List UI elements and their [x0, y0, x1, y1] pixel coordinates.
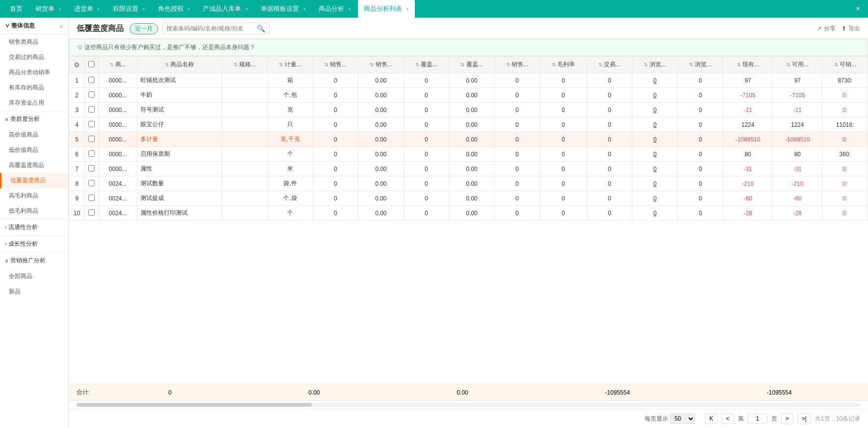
nav-item-analysis[interactable]: 商品分析 ×: [313, 0, 357, 18]
row-checkbox[interactable]: [85, 88, 99, 103]
nav-item-analysis-list[interactable]: 商品分析列表 ×: [358, 0, 415, 18]
close-icon[interactable]: ×: [245, 6, 248, 12]
sidebar-item-high-value[interactable]: 高价值商品: [0, 127, 68, 143]
close-icon[interactable]: ×: [188, 6, 190, 12]
search-input[interactable]: [166, 25, 255, 32]
sidebar-group-整体信息[interactable]: ∨ 整体信息: [5, 22, 35, 30]
row-checkbox[interactable]: [85, 73, 99, 88]
nav-close-all-button[interactable]: ×: [852, 2, 864, 15]
col-sellable-header[interactable]: ⇅ 可销...: [822, 57, 868, 73]
col-settings[interactable]: ⚙: [69, 57, 85, 73]
row-browse1[interactable]: 0: [632, 191, 678, 206]
col-current-header[interactable]: ⇅ 现有...: [723, 57, 773, 73]
sidebar-item-stocked-goods[interactable]: 有库存的商品: [0, 80, 68, 95]
row-checkbox[interactable]: [85, 132, 99, 147]
col-browse1-header[interactable]: ⇅ 浏览...: [632, 57, 678, 73]
row-select-checkbox[interactable]: [88, 180, 95, 186]
col-gross-rate-header[interactable]: ⇅ 毛利率: [540, 57, 587, 73]
page-number-input[interactable]: [748, 414, 767, 424]
row-browse1[interactable]: 0: [632, 147, 678, 162]
sidebar-item-traded-goods[interactable]: 交易过的商品: [0, 50, 68, 65]
row-checkbox[interactable]: [85, 176, 99, 191]
sidebar-group-类群度分析[interactable]: ∨ 类群度分析: [0, 111, 68, 127]
row-select-checkbox[interactable]: [88, 106, 95, 113]
sidebar-collapse-button[interactable]: «: [59, 22, 63, 30]
row-browse1[interactable]: 0: [632, 132, 678, 147]
close-icon[interactable]: ×: [142, 6, 145, 12]
col-trade-header[interactable]: ⇅ 交易...: [587, 57, 632, 73]
nav-item-role[interactable]: 角色授权 ×: [152, 0, 196, 18]
nav-item-sales[interactable]: 销货单 ×: [29, 0, 67, 18]
row-select-checkbox[interactable]: [88, 91, 95, 98]
search-icon[interactable]: 🔍: [257, 25, 265, 32]
col-cover2-header[interactable]: ⇅ 覆盖...: [449, 57, 495, 73]
column-settings-icon[interactable]: ⚙: [74, 61, 80, 69]
sidebar-item-category-rate[interactable]: 商品分类动销率: [0, 65, 68, 80]
row-select-checkbox[interactable]: [88, 209, 95, 216]
close-icon[interactable]: ×: [406, 6, 409, 12]
col-cover1-header[interactable]: ⇅ 覆盖...: [404, 57, 449, 73]
row-select-checkbox[interactable]: [88, 136, 95, 142]
sidebar-group-流通性分析[interactable]: › 流通性分析: [0, 219, 68, 235]
col-unit-header[interactable]: ⇅ 计量...: [268, 57, 313, 73]
row-select-checkbox[interactable]: [88, 195, 95, 201]
col-sales-amt-header[interactable]: ⇅ 销售...: [358, 57, 404, 73]
row-sales3: 0: [494, 88, 540, 103]
row-select-checkbox[interactable]: [88, 150, 95, 157]
sidebar-item-low-coverage[interactable]: 低覆盖度商品: [0, 173, 68, 188]
date-filter-button[interactable]: 近一月: [130, 23, 158, 34]
col-browse2-header[interactable]: ⇅ 浏览...: [678, 57, 723, 73]
row-browse1[interactable]: 0: [632, 206, 678, 221]
col-available-header[interactable]: ⇅ 可用...: [773, 57, 822, 73]
row-checkbox[interactable]: [85, 206, 99, 221]
row-browse1[interactable]: 0: [632, 103, 678, 117]
last-page-button[interactable]: >|: [797, 413, 811, 424]
close-icon[interactable]: ×: [348, 6, 351, 12]
horizontal-scrollbar[interactable]: [69, 400, 868, 409]
col-spec-header[interactable]: ⇅ 规格...: [222, 57, 268, 73]
row-checkbox[interactable]: [85, 103, 99, 117]
sidebar-item-high-margin[interactable]: 高毛利商品: [0, 188, 68, 203]
sidebar-item-low-value[interactable]: 低价值商品: [0, 143, 68, 158]
per-page-select[interactable]: 50 10 20 100: [670, 413, 695, 424]
row-browse1[interactable]: 0: [632, 73, 678, 88]
row-browse1[interactable]: 0: [632, 88, 678, 103]
row-browse1[interactable]: 0: [632, 117, 678, 132]
first-page-button[interactable]: K: [705, 413, 718, 424]
col-id-header[interactable]: ⇅ 商...: [99, 57, 137, 73]
close-icon[interactable]: ×: [303, 6, 306, 12]
nav-item-template[interactable]: 单据模板设置 ×: [255, 0, 312, 18]
export-button[interactable]: ⬆ 导出: [841, 25, 860, 33]
close-icon[interactable]: ×: [58, 6, 61, 12]
row-checkbox[interactable]: [85, 162, 99, 176]
row-browse1[interactable]: 0: [632, 162, 678, 176]
sidebar-item-new-goods[interactable]: 新品: [0, 284, 68, 299]
sidebar-item-low-margin[interactable]: 低毛利商品: [0, 203, 68, 219]
row-select-checkbox[interactable]: [88, 121, 95, 127]
row-checkbox[interactable]: [85, 147, 99, 162]
row-select-checkbox[interactable]: [88, 165, 95, 171]
nav-item-home[interactable]: 首页: [4, 0, 28, 18]
sidebar-item-high-coverage[interactable]: 高覆盖度商品: [0, 158, 68, 173]
nav-item-purchase[interactable]: 进货单 ×: [68, 0, 106, 18]
col-sales-qty-header[interactable]: ⇅ 销售...: [313, 57, 358, 73]
sidebar-group-营销推广分析[interactable]: ∨ 营销推广分析: [0, 252, 68, 269]
col-name-header[interactable]: ⇅ 商品名称: [137, 57, 222, 73]
col-sales3-header[interactable]: ⇅ 销售...: [494, 57, 540, 73]
row-select-checkbox[interactable]: [88, 77, 95, 83]
prev-page-button[interactable]: <: [722, 413, 734, 424]
nav-item-product[interactable]: 产成品入库单 ×: [197, 0, 254, 18]
nav-item-permission[interactable]: 权限设置 ×: [107, 0, 151, 18]
sidebar-item-stock-fund[interactable]: 库存资金占用: [0, 95, 68, 111]
sidebar-item-sales-goods[interactable]: 销售类商品: [0, 34, 68, 50]
share-button[interactable]: ↗ 分享: [817, 25, 836, 33]
scrollbar-thumb[interactable]: [77, 403, 312, 407]
sidebar-group-成长性分析[interactable]: › 成长性分析: [0, 235, 68, 252]
row-checkbox[interactable]: [85, 191, 99, 206]
next-page-button[interactable]: >: [781, 413, 793, 424]
close-icon[interactable]: ×: [97, 6, 100, 12]
sidebar-item-all-goods[interactable]: 全部商品: [0, 269, 68, 284]
row-browse1[interactable]: 0: [632, 176, 678, 191]
row-checkbox[interactable]: [85, 117, 99, 132]
select-all-checkbox[interactable]: [88, 61, 95, 67]
